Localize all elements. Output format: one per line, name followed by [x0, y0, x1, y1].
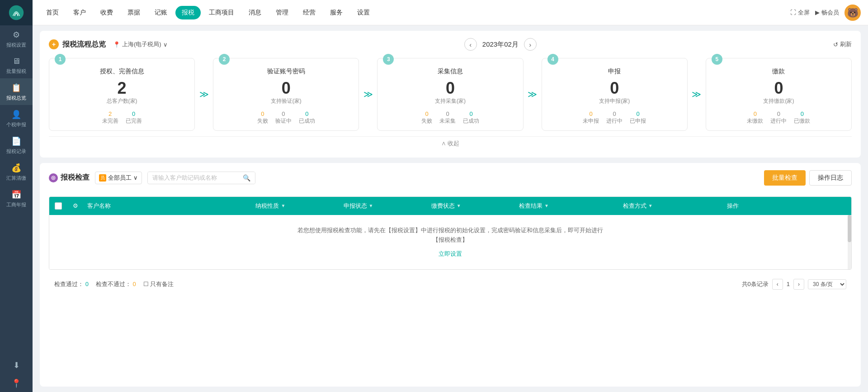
stat-label-1-1: 已完善 — [126, 117, 142, 125]
sidebar-item-settlement[interactable]: 💰 汇算清缴 — [0, 158, 33, 185]
nav-fee[interactable]: 收费 — [94, 6, 119, 19]
operation-log-button[interactable]: 操作日志 — [809, 170, 852, 186]
th-payment-status[interactable]: 缴费状态 ▼ — [428, 202, 515, 210]
member-button[interactable]: ▶ 畅会员 — [815, 9, 839, 17]
stat-val-1-1[interactable]: 0 — [126, 110, 142, 117]
month-display: 2023年02月 — [482, 40, 519, 49]
sidebar-item-label: 个税申报 — [6, 121, 26, 128]
card-sublabel-5: 支持缴款(家) — [713, 97, 844, 105]
flow-arrow-1: ≫ — [195, 58, 213, 131]
search-button[interactable]: 🔍 — [238, 172, 255, 184]
nav-bookkeeping[interactable]: 记账 — [148, 6, 174, 19]
month-nav: ‹ 2023年02月 › — [464, 38, 537, 51]
flow-title: + 报税流程总览 — [49, 39, 106, 49]
pass-value[interactable]: 0 — [85, 281, 89, 287]
batch-check-button[interactable]: 批量检查 — [764, 170, 806, 186]
top-nav: 首页 客户 收费 票据 记账 报税 工商项目 消息 管理 经营 服务 设置 ⛶ … — [33, 0, 868, 25]
nav-settings[interactable]: 设置 — [351, 6, 376, 19]
personal-tax-icon: 👤 — [11, 110, 21, 120]
th-gear[interactable]: ⚙ — [67, 202, 84, 209]
stat-val-3-0[interactable]: 0 — [421, 110, 432, 117]
stat-val-4-0[interactable]: 0 — [583, 110, 599, 117]
sidebar-item-download[interactable]: ⬇ — [0, 356, 33, 374]
member-label: 畅会员 — [821, 9, 839, 17]
setup-link[interactable]: 立即设置 — [439, 250, 462, 258]
next-page-button[interactable]: › — [793, 279, 804, 290]
scrollbar-track[interactable] — [848, 215, 851, 269]
stat-label-5-1: 进行中 — [770, 117, 787, 125]
search-box: 🔍 — [147, 172, 255, 184]
th-tax-nature[interactable]: 纳税性质 ▼ — [252, 202, 340, 210]
tax-overview-icon: 📋 — [11, 83, 21, 93]
select-all-checkbox[interactable] — [55, 202, 62, 210]
nav-operation[interactable]: 经营 — [297, 6, 322, 19]
fail-value[interactable]: 0 — [132, 281, 136, 287]
stat-val-1-0[interactable]: 2 — [102, 110, 118, 117]
scrollbar-thumb[interactable] — [848, 215, 851, 242]
user-avatar[interactable]: 🐻 — [844, 5, 861, 21]
th-payment-label: 缴费状态 — [431, 202, 455, 210]
sidebar-item-batch-tax[interactable]: 🖥 批量报税 — [0, 52, 33, 78]
check-circle-icon: ◎ — [49, 173, 58, 182]
first-page-button[interactable]: ‹ — [772, 279, 783, 290]
staff-select[interactable]: 员 全部员工 ∨ — [95, 172, 142, 184]
notes-text: 只有备注 — [150, 281, 174, 287]
next-month-button[interactable]: › — [524, 38, 537, 51]
plus-icon: + — [49, 39, 59, 49]
checkbox-notes-icon: ☐ — [143, 281, 149, 287]
th-checkbox[interactable] — [49, 202, 67, 210]
stat-val-2-1: 0 — [275, 110, 292, 117]
nav-customer[interactable]: 客户 — [67, 6, 92, 19]
nav-business[interactable]: 工商项目 — [203, 6, 241, 19]
stat-val-3-2[interactable]: 0 — [463, 110, 479, 117]
sidebar-item-label: 批量报税 — [6, 68, 26, 75]
filter-icon-declare: ▼ — [369, 203, 373, 208]
nav-service[interactable]: 服务 — [324, 6, 349, 19]
stat-val-5-2[interactable]: 0 — [794, 110, 810, 117]
th-method-label: 检查方式 — [623, 202, 646, 210]
stat-val-2-2[interactable]: 0 — [299, 110, 315, 117]
stat-val-2-0[interactable]: 0 — [257, 110, 268, 117]
nav-message[interactable]: 消息 — [242, 6, 268, 19]
sidebar-item-tax-settings[interactable]: ⚙ 报税设置 — [0, 25, 33, 52]
pass-text: 检查通过： — [54, 281, 84, 287]
th-check-result[interactable]: 检查结果 ▼ — [515, 202, 619, 210]
stat-label-5-0: 未缴款 — [747, 117, 763, 125]
notes-label: ☐ 只有备注 — [143, 280, 174, 288]
th-check-method[interactable]: 检查方式 ▼ — [619, 202, 723, 210]
nav-home[interactable]: 首页 — [40, 6, 65, 19]
step-badge-1: 1 — [55, 54, 66, 65]
step-badge-4: 4 — [547, 54, 558, 65]
collapse-button[interactable]: ∧ 收起 — [49, 136, 852, 150]
sidebar-item-tax-overview[interactable]: 📋 报税总览 — [0, 78, 33, 105]
prev-month-button[interactable]: ‹ — [464, 38, 477, 51]
step-badge-2: 2 — [219, 54, 230, 65]
refresh-button[interactable]: ↺ 刷新 — [833, 40, 852, 48]
location-icon: 📍 — [11, 378, 21, 388]
fullscreen-button[interactable]: ⛶ 全屏 — [790, 9, 810, 17]
sidebar: ⚙ 报税设置 🖥 批量报税 📋 报税总览 👤 个税申报 📄 报税记录 💰 汇算清… — [0, 0, 33, 392]
nav-management[interactable]: 管理 — [269, 6, 295, 19]
search-input[interactable] — [148, 172, 238, 183]
nav-invoice[interactable]: 票据 — [121, 6, 146, 19]
sidebar-item-location[interactable]: 📍 — [0, 374, 33, 392]
app-logo — [0, 0, 33, 25]
stat-label-2-0: 失败 — [257, 117, 268, 125]
sidebar-item-tax-record[interactable]: 📄 报税记录 — [0, 132, 33, 158]
flow-card-4: 4 申报 0 支持申报(家) 0 未申报 0 进行中 — [542, 58, 688, 131]
location-tag[interactable]: 📍 上海(电子税局) ∨ — [113, 40, 168, 48]
nav-tax[interactable]: 报税 — [175, 6, 201, 19]
stat-val-4-2[interactable]: 0 — [630, 110, 646, 117]
stat-val-5-0[interactable]: 0 — [747, 110, 763, 117]
collapse-chevron-icon: ∧ — [441, 140, 446, 147]
per-page-select[interactable]: 30 条/页 50 条/页 100 条/页 — [808, 279, 846, 289]
sidebar-item-personal-tax[interactable]: 👤 个税申报 — [0, 105, 33, 132]
download-icon: ⬇ — [13, 360, 20, 370]
th-declare-status[interactable]: 申报状态 ▼ — [340, 202, 428, 210]
sidebar-item-annual-report[interactable]: 📅 工商年报 — [0, 185, 33, 212]
flow-header: + 报税流程总览 📍 上海(电子税局) ∨ ‹ 2023年02月 › ↺ — [49, 38, 852, 51]
step-badge-3: 3 — [383, 54, 394, 65]
footer-left: 检查通过： 0 检查不通过： 0 ☐ 只有备注 — [54, 280, 174, 288]
footer-right: 共0条记录 ‹ 1 › 30 条/页 50 条/页 100 条/页 — [742, 279, 846, 290]
card-sublabel-3: 支持采集(家) — [385, 97, 515, 105]
